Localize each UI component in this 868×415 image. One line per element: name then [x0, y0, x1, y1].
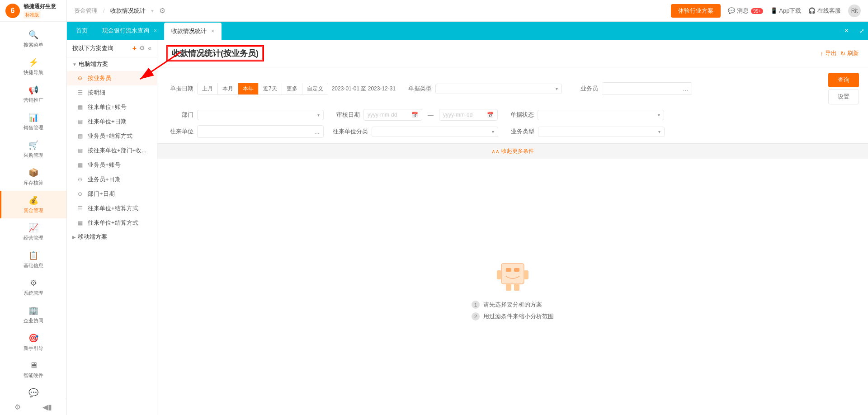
purchase-icon: 🛒 [28, 140, 38, 150]
sidebar-item-quick-nav[interactable]: ⚡ 快捷导航 [0, 53, 66, 80]
collapse-chevron-icon: ∧∧ [491, 148, 500, 155]
tab-bank-flow-label: 现金银行流水查询 [102, 27, 149, 35]
tab-receipt-stats-close[interactable]: × [211, 28, 214, 34]
sidebar-item-hardware[interactable]: 🖥 智能硬件 [0, 356, 66, 383]
refresh-btn[interactable]: ↻ 刷新 [840, 49, 859, 57]
scheme-add-icon[interactable]: + [132, 44, 137, 52]
scheme-group-mobile-header[interactable]: ▶ 移动端方案 [67, 230, 157, 244]
sidebar-item-marketing[interactable]: 📢 营销推广 [0, 80, 66, 108]
sales-icon: 📊 [28, 113, 38, 123]
sidebar-item-sales[interactable]: 📊 销售管理 [0, 108, 66, 136]
quick-nav-icon: ⚡ [28, 57, 38, 67]
sidebar-item-inventory[interactable]: 📦 库存核算 [0, 163, 66, 191]
scheme-item-salesperson-date[interactable]: ⊙ 业务员+日期 [67, 172, 157, 187]
salesperson-date-icon: ⊙ [78, 176, 85, 183]
empty-illustration [486, 250, 540, 295]
scheme-item-partner-date[interactable]: ▦ 往来单位+日期 [67, 114, 157, 129]
scheme-collapse-icon[interactable]: « [148, 44, 151, 52]
sidebar-item-wechat[interactable]: 💬 企业微信 [0, 383, 66, 399]
collapse-bar[interactable]: ∧∧ 收起更多条件 [157, 144, 868, 159]
topbar-right-actions: 体验行业方案 💬 消息 99+ 📱 App下载 🎧 在线客服 [671, 4, 861, 18]
scheme-item-by-detail[interactable]: ☰ 按明细 [67, 85, 157, 100]
scheme-item-dept-date[interactable]: ⊙ 部门+日期 [67, 187, 157, 201]
wechat-icon: 💬 [28, 388, 38, 398]
empty-state-area: 1 请先选择要分析的方案 2 用过滤条件来缩小分析范围 [157, 159, 868, 415]
tab-bar: 首页 现金银行流水查询 × 收款情况统计 × × ⤢ [67, 22, 868, 40]
sidebar-item-guide[interactable]: 🎯 新手引导 [0, 329, 66, 356]
date-tab-this-month[interactable]: 本月 [218, 83, 238, 94]
filter-settings-btn[interactable]: 设置 [828, 89, 859, 104]
scheme-settings-icon[interactable]: ⚙ [139, 44, 145, 52]
salesperson-icon: ⊙ [78, 75, 85, 81]
hardware-icon: 🖥 [29, 361, 38, 370]
settings-footer-icon[interactable]: ⚙ [14, 403, 21, 411]
sidebar-item-finance[interactable]: 💰 资金管理 [0, 191, 66, 218]
tab-receipt-stats[interactable]: 收款情况统计 × [164, 23, 222, 40]
sidebar-label-system: 系统管理 [24, 290, 43, 297]
sidebar-item-basic[interactable]: 📋 基础信息 [0, 246, 66, 274]
sidebar-item-enterprise[interactable]: 🏢 企业协同 [0, 301, 66, 329]
scheme-item-partner-settlement1[interactable]: ☰ 往来单位+结算方式 [67, 201, 157, 216]
collapse-label: 收起更多条件 [501, 147, 534, 155]
biz-type-select[interactable]: ▾ [538, 127, 665, 137]
partner-input[interactable]: ... [197, 125, 324, 138]
svg-rect-3 [497, 270, 501, 279]
scheme-item-dept-date-label: 部门+日期 [88, 190, 115, 198]
scheme-item-partner-account-label: 往来单位+账号 [88, 103, 127, 111]
scheme-item-partner-dept-receipt[interactable]: ▦ 按往来单位+部门+收... [67, 143, 157, 158]
topbar: 资金管理 / 收款情况统计 ▾ ⚙ 体验行业方案 💬 消息 99+ 📱 App下… [67, 0, 868, 22]
tab-home[interactable]: 首页 [67, 22, 95, 40]
svg-rect-4 [524, 270, 528, 279]
review-date-end-input[interactable]: yyyy-mm-dd 📅 [439, 109, 498, 121]
salesperson-input[interactable]: ... [602, 82, 692, 95]
page-breadcrumb: 收款情况统计 [110, 7, 146, 15]
sidebar-label-inventory: 库存核算 [24, 179, 43, 186]
query-btn[interactable]: 查询 [828, 73, 859, 87]
filter-row-2: 部门 ▾ 审核日期 yyyy-mm-dd 📅 [166, 109, 859, 121]
topbar-settings-icon[interactable]: ⚙ [159, 6, 165, 15]
tabbar-close-icon[interactable]: × [837, 27, 856, 35]
salesperson-dots[interactable]: ... [679, 83, 692, 94]
tab-bank-flow[interactable]: 现金银行流水查询 × [95, 22, 164, 40]
partner-settlement1-icon: ☰ [78, 205, 85, 212]
collapse-sidebar-icon[interactable]: ◀▮ [42, 403, 52, 411]
app-download-link[interactable]: 📱 App下载 [770, 7, 801, 15]
scheme-item-salesperson-account[interactable]: ▦ 业务员+账号 [67, 158, 157, 172]
trial-btn[interactable]: 体验行业方案 [671, 4, 721, 18]
tab-bank-flow-close[interactable]: × [154, 28, 157, 34]
review-date-start-value: yyyy-mm-dd [368, 112, 397, 118]
tabbar-expand-icon[interactable]: ⤢ [856, 28, 868, 34]
sidebar-label-purchase: 采购管理 [24, 152, 43, 159]
dept-select[interactable]: ▾ [197, 110, 324, 120]
notification-area[interactable]: 💬 消息 99+ [728, 7, 763, 15]
scheme-item-salesperson-settlement[interactable]: ▤ 业务员+结算方式 [67, 129, 157, 143]
user-avatar[interactable]: Rit [848, 5, 861, 17]
date-tab-this-year[interactable]: 本年 [238, 83, 259, 94]
partner-dots[interactable]: ... [311, 126, 323, 137]
date-tab-more[interactable]: 更多 [282, 83, 302, 94]
doc-type-select[interactable]: ▾ [435, 84, 562, 94]
date-filter-group: 单据日期 上月 本月 本年 近7天 更多 自定义 2023-01-01 至 20… [166, 83, 396, 95]
sidebar-item-system[interactable]: ⚙ 系统管理 [0, 274, 66, 301]
avatar-text: Rit [848, 5, 861, 17]
partner-category-select[interactable]: ▾ [372, 127, 498, 137]
sidebar-item-operation[interactable]: 📈 经营管理 [0, 218, 66, 246]
partner-account-icon: ▦ [78, 104, 85, 110]
doc-status-label: 单据状态 [507, 111, 534, 119]
online-service-link[interactable]: 🎧 在线客服 [808, 7, 841, 15]
export-btn[interactable]: ↑ 导出 [821, 49, 837, 57]
dept-dropdown-icon: ▾ [317, 113, 320, 118]
sidebar-item-search[interactable]: 🔍 搜索菜单 [0, 25, 66, 53]
doc-status-select[interactable]: ▾ [538, 110, 664, 120]
review-date-start-input[interactable]: yyyy-mm-dd 📅 [363, 109, 422, 121]
scheme-item-partner-settlement2[interactable]: ▦ 往来单位+结算方式 [67, 216, 157, 230]
scheme-group-desktop-header[interactable]: ▼ 电脑端方案 [67, 57, 157, 71]
scheme-item-by-salesperson[interactable]: ⊙ 按业务员 [67, 71, 157, 85]
dropdown-arrow-icon[interactable]: ▾ [151, 8, 154, 14]
scheme-item-partner-account[interactable]: ▦ 往来单位+账号 [67, 100, 157, 114]
date-tab-last-month[interactable]: 上月 [198, 83, 218, 94]
date-tab-custom[interactable]: 自定义 [302, 83, 328, 94]
app-logo: 6 畅捷通好生意 标准版 [0, 0, 66, 22]
sidebar-item-purchase[interactable]: 🛒 采购管理 [0, 136, 66, 163]
date-tab-7days[interactable]: 近7天 [259, 83, 282, 94]
